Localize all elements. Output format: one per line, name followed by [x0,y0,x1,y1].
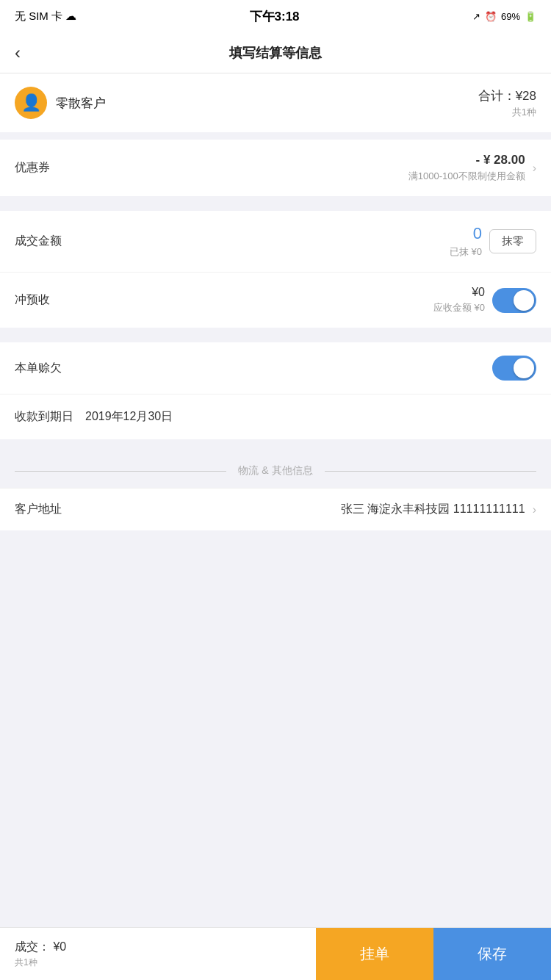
location-icon: ↗ [472,11,480,22]
prepayment-row: 冲预收 ¥0 应收金额 ¥0 [0,272,551,328]
prepayment-toggle[interactable] [492,288,536,313]
logistics-card: 物流 & 其他信息 客户地址 张三 海淀永丰科技园 11111111111 › [0,454,551,530]
debt-card: 本单赊欠 收款到期日 2019年12月30日 [0,342,551,439]
debt-right [492,356,536,381]
total-count: 共1种 [478,106,536,119]
divider-1 [0,203,551,211]
avatar-icon: 👤 [21,93,41,112]
total-amount: 合计：¥28 [478,87,536,104]
bottom-deal: 成交： ¥0 [15,940,301,955]
logistics-title: 物流 & 其他信息 [238,464,312,478]
customer-right: 合计：¥28 共1种 [478,87,536,119]
status-left: 无 SIM 卡 ☁ [15,10,76,24]
transaction-right: 0 已抹 ¥0 抹零 [450,224,536,259]
debt-toggle[interactable] [492,356,536,381]
address-label: 客户地址 [15,502,62,517]
prepayment-label: 冲预收 [15,292,50,308]
transaction-amount-row: 成交金额 0 已抹 ¥0 抹零 [0,211,551,272]
customer-row: 👤 零散客户 合计：¥28 共1种 [0,73,551,132]
transaction-card: 成交金额 0 已抹 ¥0 抹零 冲预收 ¥0 应收金额 ¥0 [0,211,551,328]
address-row[interactable]: 客户地址 张三 海淀永丰科技园 11111111111 › [0,488,551,530]
address-value: 张三 海淀永丰科技园 11111111111 [341,502,525,517]
coupon-row[interactable]: 优惠券 - ¥ 28.00 满1000-100不限制使用金额 › [0,140,551,196]
toggle-thumb [514,290,534,311]
line-left [15,471,226,472]
due-date-label: 收款到期日 [15,409,73,425]
coupon-sub: 满1000-100不限制使用金额 [408,170,525,183]
coupon-right: - ¥ 28.00 满1000-100不限制使用金额 › [408,153,536,183]
customer-left: 👤 零散客户 [15,87,106,119]
content-area: 👤 零散客户 合计：¥28 共1种 优惠券 - ¥ 28.00 满1000-10… [0,73,551,597]
due-date-row: 收款到期日 2019年12月30日 [0,394,551,439]
bottom-count: 共1种 [15,956,301,969]
status-bar: 无 SIM 卡 ☁ 下午3:18 ↗ ⏰ 69% 🔋 [0,0,551,32]
coupon-value: - ¥ 28.00 [408,153,525,167]
logistics-header: 物流 & 其他信息 [0,454,551,488]
address-right: 张三 海淀永丰科技园 11111111111 › [341,502,536,517]
transaction-label: 成交金额 [15,234,62,249]
round-button[interactable]: 抹零 [489,229,536,253]
prepayment-value: ¥0 [433,286,485,299]
status-time: 下午3:18 [250,8,300,25]
customer-card: 👤 零散客户 合计：¥28 共1种 [0,73,551,132]
debt-label: 本单赊欠 [15,361,62,376]
bottom-info: 成交： ¥0 共1种 [0,940,316,969]
coupon-label: 优惠券 [15,160,50,176]
divider-2 [0,335,551,342]
address-chevron-icon: › [533,503,536,516]
debt-toggle-thumb [514,358,534,378]
deal-label: 成交： [15,940,50,953]
save-button[interactable]: 保存 [433,928,551,981]
line-right [325,471,536,472]
coupon-card[interactable]: 优惠券 - ¥ 28.00 满1000-100不限制使用金额 › [0,140,551,196]
customer-name: 零散客户 [56,95,106,112]
status-right: ↗ ⏰ 69% 🔋 [472,11,536,22]
battery-icon: 🔋 [525,11,536,22]
bottom-bar: 成交： ¥0 共1种 挂单 保存 [0,927,551,980]
prepayment-right: ¥0 应收金额 ¥0 [433,286,536,314]
transaction-sub: 已抹 ¥0 [450,245,482,259]
page-title: 填写结算等信息 [229,44,322,62]
back-button[interactable]: ‹ [15,43,21,63]
hold-button[interactable]: 挂单 [316,928,433,981]
battery-label: 69% [501,11,520,22]
deal-amount: ¥0 [53,940,66,953]
debt-row: 本单赊欠 [0,342,551,394]
sim-label: 无 SIM 卡 ☁ [15,10,76,24]
avatar: 👤 [15,87,47,119]
prepayment-sub: 应收金额 ¥0 [433,301,485,314]
debt-toggle-track [492,356,536,381]
transaction-value[interactable]: 0 [450,224,482,243]
divider-3 [0,447,551,454]
toggle-track [492,288,536,313]
due-date-value: 2019年12月30日 [85,409,173,425]
alarm-icon: ⏰ [485,11,497,22]
coupon-chevron-icon: › [533,162,536,175]
nav-bar: ‹ 填写结算等信息 [0,32,551,73]
